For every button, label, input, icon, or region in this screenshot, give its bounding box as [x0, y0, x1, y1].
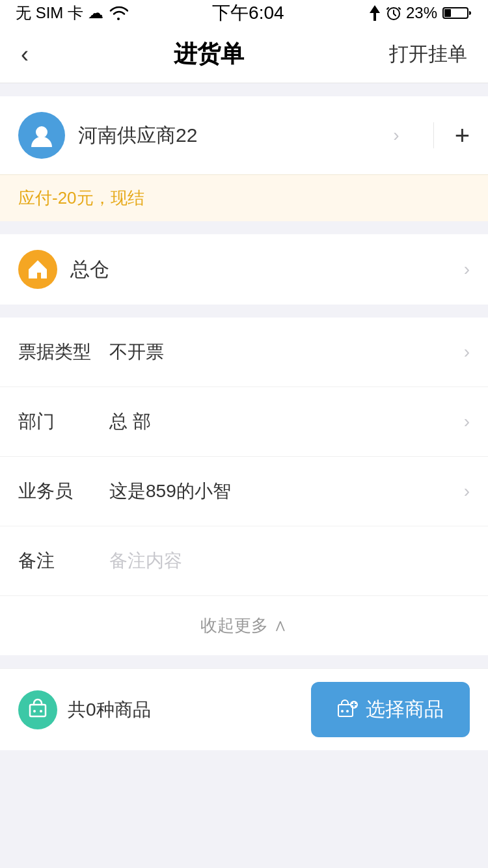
status-bar: 无 SIM 卡 ☁ 下午6:04 23% [0, 0, 488, 26]
add-supplier-button[interactable]: + [455, 121, 470, 150]
svg-rect-2 [444, 9, 451, 17]
warehouse-row[interactable]: 总仓 › [0, 234, 488, 305]
product-count: 共0种商品 [68, 698, 151, 722]
warehouse-section: 总仓 › [0, 234, 488, 305]
warehouse-name: 总仓 [70, 256, 464, 283]
battery-label: 23% [406, 4, 437, 22]
remark-row[interactable]: 备注 备注内容 [0, 526, 488, 595]
section-gap-4 [0, 655, 488, 668]
svg-point-5 [33, 710, 36, 712]
supplier-arrow-icon: › [393, 125, 399, 146]
supplier-avatar [18, 112, 65, 159]
warehouse-arrow-icon: › [464, 259, 470, 280]
salesperson-arrow-icon: › [464, 481, 470, 502]
select-product-button[interactable]: 选择商品 [311, 682, 470, 737]
invoice-type-value: 不开票 [96, 340, 464, 364]
status-time: 下午6:04 [212, 1, 284, 25]
nav-bar: ‹ 进货单 打开挂单 [0, 26, 488, 83]
content-area [0, 750, 488, 868]
back-button[interactable]: ‹ [21, 41, 29, 68]
department-value: 总 部 [96, 409, 464, 434]
sim-label: 无 SIM 卡 ☁ [16, 3, 103, 23]
invoice-type-arrow-icon: › [464, 342, 470, 362]
remark-input[interactable]: 备注内容 [96, 549, 470, 573]
salesperson-label: 业务员 [18, 479, 96, 504]
page-title: 进货单 [174, 38, 244, 70]
department-row[interactable]: 部门 总 部 › [0, 387, 488, 457]
supplier-name: 河南供应商22 [78, 122, 393, 149]
invoice-type-row[interactable]: 票据类型 不开票 › [0, 318, 488, 387]
supplier-section: 河南供应商22 › + 应付-20元，现结 [0, 96, 488, 221]
open-pending-button[interactable]: 打开挂单 [389, 41, 467, 68]
svg-point-6 [40, 710, 42, 712]
section-gap-1 [0, 83, 488, 96]
wifi-icon [109, 6, 128, 20]
form-section: 票据类型 不开票 › 部门 总 部 › 业务员 这是859的小智 › 备注 备注… [0, 318, 488, 595]
home-icon [26, 258, 49, 281]
svg-point-3 [36, 126, 47, 138]
bottom-bar: 共0种商品 选择商品 [0, 668, 488, 750]
department-label: 部门 [18, 409, 96, 434]
collapse-bar[interactable]: 收起更多 ∧ [0, 595, 488, 655]
section-gap-2 [0, 221, 488, 234]
status-left: 无 SIM 卡 ☁ [16, 3, 128, 23]
department-arrow-icon: › [464, 411, 470, 432]
collapse-label: 收起更多 ∧ [200, 616, 287, 635]
select-cart-icon [337, 699, 358, 720]
location-icon [368, 5, 381, 21]
remark-label: 备注 [18, 549, 96, 573]
invoice-type-label: 票据类型 [18, 340, 96, 364]
supplier-row[interactable]: 河南供应商22 › + [0, 96, 488, 174]
supplier-divider [433, 122, 434, 148]
bottom-left: 共0种商品 [18, 690, 151, 729]
alarm-icon [386, 5, 401, 21]
cart-small-icon [26, 698, 49, 722]
salesperson-row[interactable]: 业务员 这是859的小智 › [0, 457, 488, 526]
product-icon-bg [18, 690, 57, 729]
warehouse-icon-bg [18, 250, 57, 289]
notice-bar: 应付-20元，现结 [0, 174, 488, 221]
svg-point-8 [341, 710, 344, 712]
select-product-label: 选择商品 [366, 696, 444, 723]
status-right: 23% [368, 4, 472, 22]
svg-rect-4 [30, 705, 46, 716]
svg-point-9 [346, 710, 349, 712]
notice-text: 应付-20元，现结 [18, 188, 144, 208]
section-gap-3 [0, 305, 488, 318]
person-icon [29, 122, 55, 148]
battery-icon [442, 6, 472, 20]
salesperson-value: 这是859的小智 [96, 479, 464, 504]
